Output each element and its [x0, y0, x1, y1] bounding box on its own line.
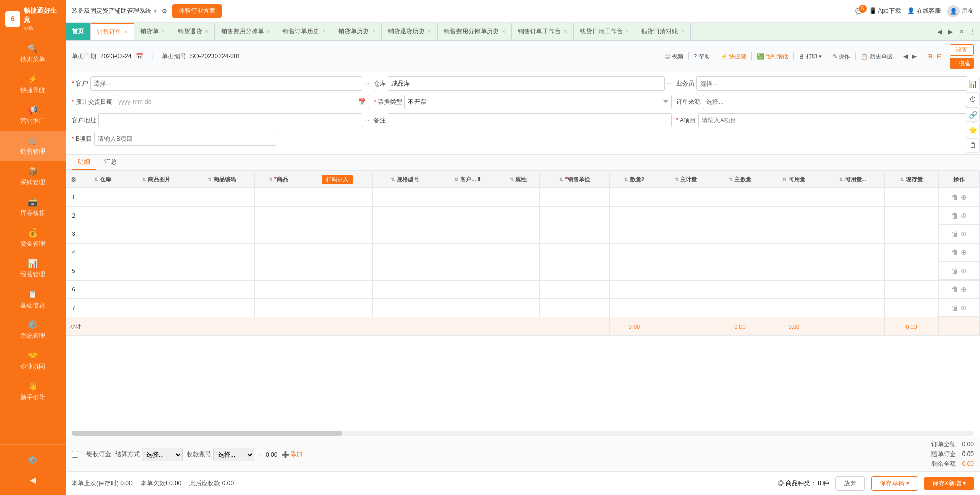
row-copy-icon[interactable]: ⊕: [961, 193, 967, 201]
table-cell[interactable]: [254, 243, 302, 262]
table-cell[interactable]: [659, 225, 713, 243]
b-project-input[interactable]: [94, 132, 276, 146]
th-product-code[interactable]: ⇅ 商品编码: [189, 171, 255, 188]
sidebar-item-settings[interactable]: ⚙️: [0, 450, 66, 470]
table-cell[interactable]: [884, 298, 939, 317]
table-cell[interactable]: [302, 243, 372, 262]
table-cell[interactable]: [81, 280, 124, 298]
row-copy-icon[interactable]: ⊕: [961, 267, 967, 275]
table-cell[interactable]: [713, 298, 767, 317]
row-copy-icon[interactable]: ⊕: [961, 230, 967, 238]
help-btn[interactable]: ? 帮助: [694, 53, 710, 60]
row-delete-icon[interactable]: 🗑: [951, 304, 959, 312]
table-cell[interactable]: [373, 243, 438, 262]
tab-return-history[interactable]: 销货单历史 ×: [332, 23, 382, 41]
table-cell[interactable]: [438, 225, 497, 243]
warehouse-dots[interactable]: ···: [667, 80, 672, 87]
remark-input[interactable]: [388, 113, 671, 127]
table-cell[interactable]: [821, 298, 884, 317]
th-sales-unit[interactable]: ⇅ *销售单位: [540, 171, 610, 188]
table-cell[interactable]: [373, 206, 438, 225]
table-cell[interactable]: [124, 298, 189, 317]
table-cell[interactable]: [124, 225, 189, 243]
table-cell[interactable]: [124, 206, 189, 225]
row-delete-icon[interactable]: 🗑: [951, 193, 959, 201]
shortcut-btn[interactable]: ⚡ 快捷键: [721, 53, 746, 60]
add-pay-button[interactable]: ➕ 添加: [281, 450, 302, 459]
add-logistics-button[interactable]: + 物流: [950, 58, 974, 69]
tab-cash-reconcile[interactable]: 钱货日清对账 ×: [635, 23, 691, 41]
right-icon-link[interactable]: 🔗: [966, 107, 980, 122]
video-btn[interactable]: ◎ 视频: [665, 53, 683, 60]
table-cell[interactable]: [821, 188, 884, 207]
table-cell[interactable]: [81, 206, 124, 225]
table-scrollbar[interactable]: [72, 431, 974, 436]
sidebar-item-search[interactable]: 🔍 搜索菜单: [0, 38, 66, 69]
tab-prev-btn[interactable]: ◀: [934, 27, 944, 37]
pay-account-dots[interactable]: ···: [256, 451, 262, 458]
table-cell[interactable]: [659, 280, 713, 298]
gear-icon[interactable]: ⚙: [71, 176, 76, 183]
table-cell[interactable]: [821, 280, 884, 298]
table-cell[interactable]: [438, 262, 497, 280]
tab-more-btn[interactable]: ⋮: [968, 27, 978, 37]
table-cell[interactable]: [767, 262, 821, 280]
table-cell[interactable]: [189, 298, 255, 317]
table-cell[interactable]: [610, 206, 659, 225]
table-cell[interactable]: [610, 188, 659, 207]
sidebar-item-guide[interactable]: 👋 新手引导: [0, 376, 66, 407]
tab-close-returngoods[interactable]: ×: [205, 29, 208, 34]
table-cell[interactable]: [767, 188, 821, 207]
table-cell[interactable]: [540, 262, 610, 280]
pay-checkbox-label[interactable]: 一键收订金: [72, 450, 111, 459]
table-cell[interactable]: [884, 243, 939, 262]
table-cell[interactable]: [497, 206, 540, 225]
save-new-button[interactable]: 保存&新增 ▾: [924, 477, 974, 490]
table-cell[interactable]: [302, 262, 372, 280]
calendar-icon[interactable]: 📅: [136, 53, 143, 60]
table-cell[interactable]: [81, 262, 124, 280]
table-cell[interactable]: [373, 280, 438, 298]
invoice-type-select[interactable]: 不开票 增值税专用发票 增值税普通发票: [404, 95, 671, 109]
customer-address-dots[interactable]: ···: [364, 117, 369, 124]
th-product-img[interactable]: ⇅ 商品图片: [124, 171, 189, 188]
th-spec[interactable]: ⇅ 规格型号: [373, 171, 438, 188]
table-cell[interactable]: [189, 206, 255, 225]
tab-close-sales-order[interactable]: ×: [124, 29, 127, 35]
tab-close-expense-split[interactable]: ×: [267, 29, 270, 34]
table-cell[interactable]: [610, 225, 659, 243]
table-cell[interactable]: [373, 188, 438, 207]
th-qty2[interactable]: ⇅ 数量2: [610, 171, 659, 188]
tab-close-sales-return[interactable]: ×: [162, 29, 165, 34]
row-delete-icon[interactable]: 🗑: [951, 285, 959, 293]
th-main-qty[interactable]: ⇅ 主数量: [713, 171, 767, 188]
sidebar-item-basicinfo[interactable]: 📋 基础信息: [0, 284, 66, 315]
th-gear[interactable]: ⚙: [66, 171, 81, 188]
profit-btn[interactable]: 💹 毛利预估: [757, 53, 788, 60]
table-cell[interactable]: [254, 298, 302, 317]
table-cell[interactable]: [438, 280, 497, 298]
th-available-qty2[interactable]: ⇅ 可用量...: [821, 171, 884, 188]
table-cell[interactable]: [659, 188, 713, 207]
action-btn[interactable]: ✎ 操作: [833, 53, 850, 60]
tab-next-btn[interactable]: ▶: [945, 27, 955, 37]
tab-sales-order[interactable]: 销售订单 ×: [91, 23, 134, 41]
table-cell[interactable]: [124, 243, 189, 262]
user-info[interactable]: 👤 用友: [947, 5, 974, 17]
row-delete-icon[interactable]: 🗑: [951, 248, 959, 256]
table-cell[interactable]: [254, 206, 302, 225]
table-cell[interactable]: [540, 298, 610, 317]
tab-close-cash-reconcile[interactable]: ×: [681, 29, 684, 34]
th-available-qty[interactable]: ⇅ 可用量: [767, 171, 821, 188]
table-cell[interactable]: [254, 280, 302, 298]
tab-close-all-btn[interactable]: ✕: [956, 27, 967, 37]
right-icon-note[interactable]: 🗒: [966, 138, 980, 153]
customer-address-input[interactable]: [98, 113, 362, 127]
tab-close-order-history[interactable]: ×: [322, 29, 325, 34]
table-cell[interactable]: [189, 280, 255, 298]
message-icon[interactable]: 💬 6: [855, 8, 863, 15]
th-current-stock[interactable]: ⇅ 现存量: [884, 171, 939, 188]
sub-tab-summary[interactable]: 汇总: [98, 155, 123, 170]
table-cell[interactable]: [497, 298, 540, 317]
prev-record-icon[interactable]: ◀: [903, 53, 908, 60]
